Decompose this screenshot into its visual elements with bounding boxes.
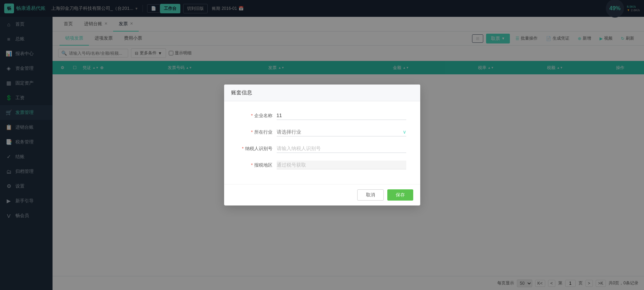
tax-id-label: * 纳税人识别号 <box>238 146 277 152</box>
dialog-header: 账套信息 <box>224 85 420 101</box>
dialog-body: * 企业名称 * 所在行业 ∨ * 纳税人识 <box>224 101 420 184</box>
tax-region-label: * 报税地区 <box>238 162 277 168</box>
company-name-label: * 企业名称 <box>238 113 277 119</box>
required-star-2: * <box>251 129 253 135</box>
tax-id-input[interactable] <box>277 144 406 153</box>
required-star: * <box>251 113 253 118</box>
form-row-company: * 企业名称 <box>238 111 406 120</box>
required-star-4: * <box>251 162 253 168</box>
form-row-tax-region: * 报税地区 <box>238 161 406 169</box>
industry-input[interactable] <box>277 129 403 135</box>
dialog-title: 账套信息 <box>231 89 252 95</box>
save-button[interactable]: 保存 <box>387 189 413 201</box>
form-row-tax-id: * 纳税人识别号 <box>238 144 406 153</box>
dialog-footer: 取消 保存 <box>224 184 420 205</box>
form-row-industry: * 所在行业 ∨ <box>238 128 406 136</box>
company-name-input[interactable] <box>277 111 406 120</box>
cancel-button[interactable]: 取消 <box>357 189 384 201</box>
required-star-3: * <box>242 146 244 151</box>
industry-select-wrap[interactable]: ∨ <box>277 128 406 136</box>
industry-label: * 所在行业 <box>238 129 277 135</box>
account-info-dialog: 账套信息 * 企业名称 * 所在行业 ∨ <box>224 85 420 205</box>
modal-overlay: 账套信息 * 企业名称 * 所在行业 ∨ <box>0 0 644 290</box>
tax-region-input <box>277 161 406 169</box>
industry-chevron-icon[interactable]: ∨ <box>403 129 406 135</box>
